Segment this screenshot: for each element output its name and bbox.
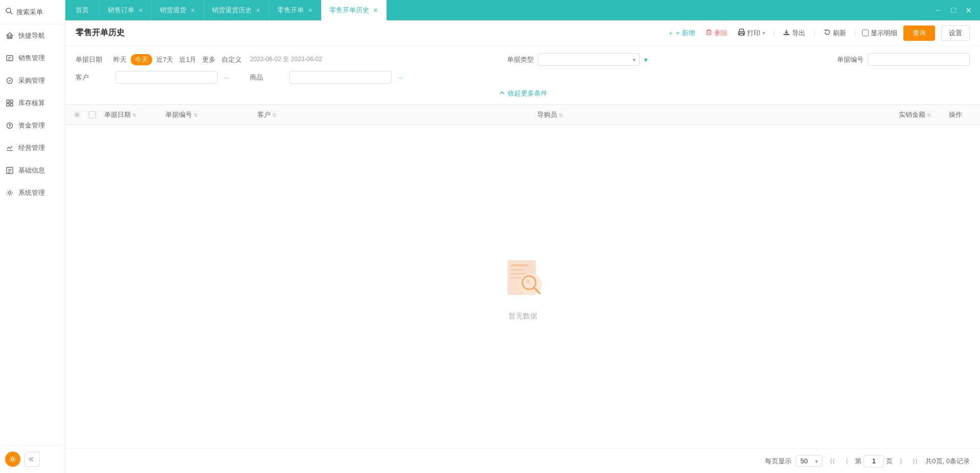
th-date[interactable]: 单据日期 ⇅ <box>100 110 161 119</box>
per-page-select-wrapper: 50 100 200 <box>796 455 822 467</box>
svg-rect-9 <box>10 100 13 103</box>
empty-illustration <box>497 253 548 304</box>
finance-icon <box>5 121 14 130</box>
filter-goods-ellipsis[interactable]: ··· <box>398 73 403 81</box>
sidebar-item-basic-info[interactable]: 基础信息 <box>0 159 65 182</box>
basic-info-icon <box>5 166 14 175</box>
th-guide[interactable]: 导购员 ⇅ <box>533 110 594 119</box>
th-number-sort: ⇅ <box>194 112 198 118</box>
th-action: 操作 <box>935 110 976 119</box>
gear-button[interactable] <box>5 452 20 467</box>
column-settings-button[interactable] <box>69 111 85 118</box>
tab-sales-return-close[interactable]: ✕ <box>190 7 195 14</box>
show-detail-input[interactable] <box>862 30 869 36</box>
page-first-button[interactable]: ⟨⟨ <box>826 455 839 467</box>
page-header: 零售开单历史 ＋ + 新增 删除 <box>65 20 980 46</box>
th-customer[interactable]: 客户 ⇅ <box>253 110 533 119</box>
filter-type-select[interactable] <box>538 53 640 66</box>
svg-point-34 <box>526 280 530 284</box>
filter-customer-input[interactable] <box>115 71 218 84</box>
filter-customer-ellipsis[interactable]: ··· <box>224 73 229 81</box>
page-next-button[interactable]: ⟩ <box>895 455 907 467</box>
th-number[interactable]: 单据编号 ⇅ <box>161 110 253 119</box>
toolbar-sep3: | <box>854 29 856 37</box>
sidebar-item-label: 经营管理 <box>18 143 45 153</box>
toolbar-sep1: | <box>773 29 775 37</box>
page-title: 零售开单历史 <box>76 28 665 38</box>
sidebar: 搜索采单 快捷导航 销售管理 <box>0 0 65 473</box>
main-content: 首页 销售订单 ✕ 销货退货 ✕ 销货退货历史 ✕ 零售开单 ✕ 零售开单历史 … <box>65 0 980 473</box>
page-prev-button[interactable]: ⟨ <box>841 455 853 467</box>
refresh-button[interactable]: 刷新 <box>822 29 848 38</box>
show-detail-checkbox[interactable]: 显示明细 <box>862 29 897 38</box>
filter-number-input[interactable] <box>868 53 970 66</box>
page-number-input[interactable]: 1 <box>864 455 884 467</box>
date-tab-7days[interactable]: 近7天 <box>154 54 175 65</box>
filter-type-wrapper <box>538 53 640 66</box>
sidebar-item-quick-nav[interactable]: 快捷导航 <box>0 24 65 47</box>
query-button[interactable]: 查询 <box>903 26 935 41</box>
filter-date-range: 2023-06-02 至 2023-06-02 <box>250 55 322 64</box>
tab-retail-history[interactable]: 零售开单历史 ✕ <box>321 0 387 20</box>
sidebar-item-operation[interactable]: 经营管理 <box>0 137 65 159</box>
tab-retail-open[interactable]: 零售开单 ✕ <box>269 0 321 20</box>
tab-sales-return-history[interactable]: 销货退货历史 ✕ <box>204 0 269 20</box>
filter-row-1: 单据日期 昨天 今天 近7天 近1月 更多 自定义 2023-06-02 至 2… <box>76 53 970 66</box>
date-tab-yesterday[interactable]: 昨天 <box>111 54 129 65</box>
add-icon: ＋ <box>667 29 674 38</box>
print-dropdown-icon[interactable]: ▾ <box>762 30 765 36</box>
per-page-select[interactable]: 50 100 200 <box>796 455 822 467</box>
th-amount-label: 实销金额 <box>899 110 925 119</box>
filter-goods-input[interactable] <box>290 71 392 84</box>
date-tab-custom[interactable]: 自定义 <box>220 54 244 65</box>
tab-home[interactable]: 首页 <box>65 0 100 20</box>
add-button[interactable]: ＋ + 新增 <box>665 29 697 38</box>
date-tab-today[interactable]: 今天 <box>131 54 152 65</box>
window-maximize-button[interactable]: □ <box>949 6 958 15</box>
window-close-button[interactable]: ✕ <box>963 6 974 15</box>
sidebar-item-purchase-mgmt[interactable]: 采购管理 <box>0 69 65 92</box>
select-all-checkbox[interactable] <box>85 111 100 118</box>
sidebar-item-finance[interactable]: 资金管理 <box>0 114 65 137</box>
tab-sales-return[interactable]: 销货退货 ✕ <box>152 0 204 20</box>
export-button[interactable]: 导出 <box>781 29 807 38</box>
sidebar-search[interactable]: 搜索采单 <box>0 0 65 24</box>
collapse-conditions-row: 收起更多条件 <box>76 88 970 99</box>
th-amount[interactable]: 实销金额 ⇅ <box>874 110 935 119</box>
svg-rect-28 <box>511 269 525 270</box>
page-label: 第 <box>855 457 862 466</box>
svg-rect-4 <box>7 56 13 61</box>
tab-retail-open-close[interactable]: ✕ <box>308 7 313 14</box>
delete-button[interactable]: 删除 <box>703 29 730 38</box>
date-tab-more[interactable]: 更多 <box>200 54 218 65</box>
setting-button[interactable]: 设置 <box>941 26 970 41</box>
svg-rect-10 <box>7 104 9 106</box>
tab-retail-history-close[interactable]: ✕ <box>373 7 378 14</box>
collapse-conditions-label: 收起更多条件 <box>508 89 547 98</box>
window-minimize-button[interactable]: － <box>931 5 944 16</box>
purchase-icon <box>5 76 14 85</box>
empty-state: 暂无数据 <box>65 125 980 449</box>
tab-sales-return-history-close[interactable]: ✕ <box>256 7 260 14</box>
filter-type-dropdown-icon[interactable]: ▾ <box>640 56 652 64</box>
table-area: 单据日期 ⇅ 单据编号 ⇅ 客户 ⇅ 导购员 ⇅ 实销金额 ⇅ 操作 <box>65 105 980 449</box>
sidebar-item-sales-mgmt[interactable]: 销售管理 <box>0 47 65 69</box>
sidebar-item-sys-mgmt[interactable]: 系统管理 <box>0 182 65 204</box>
sidebar-item-label: 基础信息 <box>18 166 45 175</box>
tab-sales-order-close[interactable]: ✕ <box>138 7 143 14</box>
page-suffix: 页 <box>886 457 893 466</box>
filter-number-label: 单据编号 <box>837 55 868 64</box>
print-button[interactable]: 打印 ▾ <box>736 29 767 38</box>
print-label: 打印 <box>747 29 760 38</box>
delete-label: 删除 <box>714 29 728 38</box>
sidebar-collapse-button[interactable] <box>25 452 40 467</box>
svg-rect-23 <box>739 29 744 32</box>
tab-bar-right: － □ ✕ <box>931 5 980 16</box>
page-last-button[interactable]: ⟩⟩ <box>909 455 921 467</box>
sidebar-item-inventory[interactable]: 库存核算 <box>0 92 65 114</box>
select-all-check[interactable] <box>89 111 96 118</box>
svg-rect-27 <box>511 264 529 266</box>
tab-sales-order[interactable]: 销售订单 ✕ <box>100 0 152 20</box>
date-tab-1month[interactable]: 近1月 <box>177 54 198 65</box>
collapse-conditions-button[interactable]: 收起更多条件 <box>498 88 547 99</box>
